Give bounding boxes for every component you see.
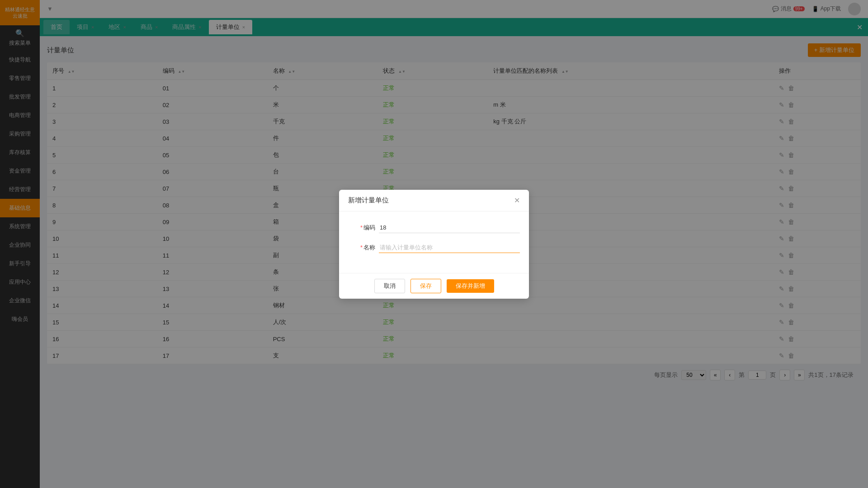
save-new-button[interactable]: 保存并新增: [447, 279, 494, 293]
name-input[interactable]: [379, 242, 520, 253]
add-unit-modal: 新增计量单位 ✕ *编码 *名称 取消 保存 保存并新增: [339, 190, 529, 299]
modal-close-button[interactable]: ✕: [514, 196, 520, 205]
name-label: *名称: [348, 244, 375, 252]
modal-footer: 取消 保存 保存并新增: [339, 273, 529, 299]
modal-header: 新增计量单位 ✕: [339, 190, 529, 211]
code-input[interactable]: [379, 222, 520, 233]
save-button[interactable]: 保存: [410, 279, 441, 293]
modal-title: 新增计量单位: [348, 196, 389, 205]
modal-overlay: 新增计量单位 ✕ *编码 *名称 取消 保存 保存并新增: [0, 0, 868, 488]
form-row-code: *编码: [348, 222, 520, 233]
modal-body: *编码 *名称: [339, 211, 529, 273]
cancel-button[interactable]: 取消: [374, 279, 405, 293]
form-row-name: *名称: [348, 242, 520, 253]
code-label: *编码: [348, 224, 375, 232]
